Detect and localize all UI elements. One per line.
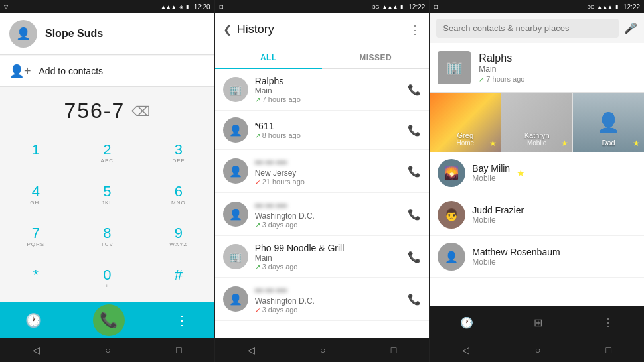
contact-item-matthew[interactable]: 👤 Matthew Rosenbaum Mobile [430,236,644,278]
contact-item-judd[interactable]: 👨 Judd Frazier Mobile [430,194,644,236]
call-back-button-pho[interactable]: 📞 [408,251,421,263]
history-item-dc2[interactable]: 👤 ••• ••• •••• Washington D.C. ↙ 3 days … [215,278,430,321]
add-person-icon: 👤+ [9,64,31,78]
letters-4: GHI [30,200,41,206]
dial-key-hash[interactable]: # [143,258,214,300]
hist-time-dc2: ↙ 3 days ago [255,306,402,314]
dial-key-star[interactable]: * [0,258,72,300]
dial-key-7[interactable]: 7 PQRS [0,216,72,258]
judd-avatar: 👨 [438,201,465,229]
call-back-button-ralphs[interactable]: 📞 [408,84,421,96]
status-bar-1: ▽ ▲▲▲ ◈ ▮ 12:20 [0,0,214,13]
dad-label: Dad [602,139,615,147]
call-arrow-out-dc1: ↗ [255,221,260,229]
search-input[interactable] [436,19,619,38]
greg-sub: Home [456,139,474,147]
dial-key-4[interactable]: 4 GHI [0,174,72,216]
bay-sub: Mobile [472,174,510,183]
back-button-2[interactable]: ◁ [248,345,255,355]
recents-button-1[interactable]: □ [176,345,181,355]
history-item-611[interactable]: 👤 *611 ↗ 8 hours ago 📞 [215,111,430,150]
nav-bar-1: ◁ ○ □ [0,338,214,362]
history-nav-button[interactable]: 🕐 [460,316,473,329]
hist-info-611: *611 ↗ 8 hours ago [255,121,402,139]
home-button-3[interactable]: ○ [535,345,540,355]
contact-item-bay[interactable]: 🌄 Bay Milin Mobile ★ [430,152,644,194]
hist-sub-dc2: Washington D.C. [255,296,402,306]
person-icon-dc1: 👤 [229,208,242,221]
hist-time-611: ↗ 8 hours ago [255,131,402,139]
dial-key-9[interactable]: 9 WXYZ [143,216,214,258]
contacts-screen: ⊡ 3G ▲▲▲ ▮ 12:22 🎤 🏢 Ralphs Main ↗ 7 hou… [429,0,644,362]
history-more-button[interactable]: ⋮ [409,23,421,37]
dial-key-3[interactable]: 3 DEF [143,133,214,174]
quick-contact-kathryn[interactable]: Kathryn Mobile ★ [501,93,573,152]
clock-icon[interactable]: 🕐 [25,312,42,328]
call-arrow-missed-nj: ↙ [255,178,260,186]
dad-star: ★ [633,139,640,148]
digit-2: 2 [103,143,111,157]
backspace-button[interactable]: ⌫ [131,103,150,119]
kathryn-label: Kathryn [524,131,550,139]
bay-name: Bay Milin [472,163,510,174]
dialpad-nav-button[interactable]: ⊞ [534,316,542,329]
greg-star: ★ [489,139,497,148]
history-item[interactable]: 🏢 Ralphs Main ↗ 7 hours ago 📞 [215,69,430,111]
greg-label: Greg [457,131,473,139]
history-item-pho[interactable]: 🏢 Pho 99 Noodle & Grill Main ↗ 3 days ag… [215,236,430,278]
recents-button-3[interactable]: □ [605,345,611,355]
history-item-dc1[interactable]: 👤 ••• ••• •••• Washington D.C. ↗ 3 days … [215,193,430,236]
recents-button-2[interactable]: □ [391,345,396,355]
dial-key-8[interactable]: 8 TUV [72,216,143,258]
back-arrow-button[interactable]: ❮ [223,23,232,36]
hist-name-nj: ••• ••• •••• [255,158,287,168]
hist-avatar-ralphs: 🏢 [223,77,248,102]
back-button-3[interactable]: ◁ [462,345,469,355]
bay-info: Bay Milin Mobile [472,163,510,183]
dial-key-1[interactable]: 1 [0,133,72,174]
letters-3: DEF [172,158,185,164]
hist-info-pho: Pho 99 Noodle & Grill Main ↗ 3 days ago [255,243,402,271]
call-back-button-nj[interactable]: 📞 [408,165,421,178]
dial-key-0[interactable]: 0 + [72,258,143,300]
status-left-icons: ▽ [4,4,8,10]
dial-key-2[interactable]: 2 ABC [72,133,143,174]
search-bar: 🎤 [430,13,644,43]
back-button-1[interactable]: ◁ [33,345,40,355]
contact-last-name: Suds [77,28,103,39]
featured-contact[interactable]: 🏢 Ralphs Main ↗ 7 hours ago [430,43,644,93]
quick-contact-dad[interactable]: Dad ★ [573,93,644,152]
time-text-611: 8 hours ago [262,131,301,139]
avatar-icon: 👤 [16,27,31,41]
hist-avatar-dc1: 👤 [223,202,248,227]
microphone-icon[interactable]: 🎤 [624,22,637,34]
history-item-nj[interactable]: 👤 ••• ••• •••• New Jersey ↙ 21 hours ago… [215,150,430,193]
bay-star: ★ [517,168,525,178]
time-text-dc1: 3 days ago [262,221,298,229]
quick-contact-greg[interactable]: Greg Home ★ [430,93,501,152]
judd-info: Judd Frazier Mobile [472,205,524,225]
more-nav-button[interactable]: ⋮ [603,316,613,329]
history-header: ❮ History ⋮ [215,13,430,46]
tab-missed[interactable]: MISSED [322,46,429,68]
status-bar-3: ⊡ 3G ▲▲▲ ▮ 12:22 [430,0,644,13]
tab-all[interactable]: ALL [215,46,322,69]
digit-hash: # [175,268,183,282]
home-button-2[interactable]: ○ [320,345,325,355]
call-back-button-dc2[interactable]: 📞 [408,293,421,306]
hist-name-dc1: ••• ••• •••• [255,202,287,211]
more-options-icon[interactable]: ⋮ [175,312,189,328]
digit-1: 1 [32,143,40,157]
dial-key-5[interactable]: 5 JKL [72,174,143,216]
dialed-number: 756-7 [64,99,125,123]
home-button-1[interactable]: ○ [105,345,110,355]
hist-time-dc1: ↗ 3 days ago [255,221,402,229]
call-button[interactable]: 📞 [93,304,125,336]
hist-sub-ralphs: Main [255,86,402,95]
add-contact-row[interactable]: 👤+ Add to contacts [0,56,214,87]
call-back-button-dc1[interactable]: 📞 [408,208,421,221]
feat-call-arrow: ↗ [479,76,484,83]
dial-key-6[interactable]: 6 MNO [143,174,214,216]
call-back-button-611[interactable]: 📞 [408,124,421,137]
building-icon: 🏢 [229,84,242,96]
